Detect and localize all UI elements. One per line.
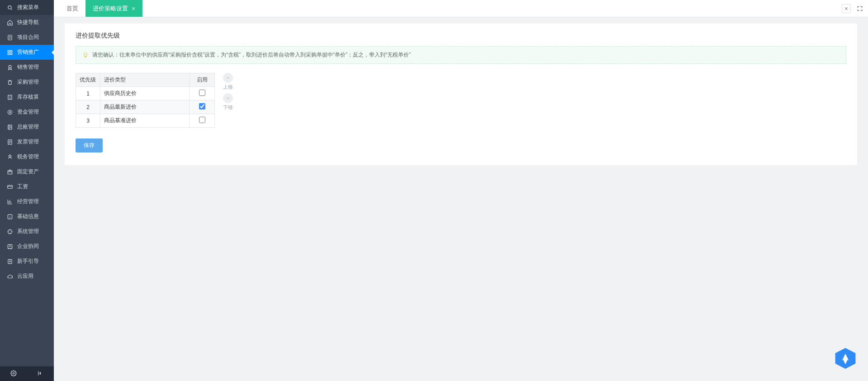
svg-point-19 xyxy=(13,372,14,374)
sidebar-item-label: 采购管理 xyxy=(17,78,39,86)
sidebar-item-2[interactable]: 项目合同 xyxy=(0,30,54,45)
sidebar-item-5[interactable]: 采购管理 xyxy=(0,75,54,90)
chart-icon xyxy=(6,198,14,205)
svg-rect-16 xyxy=(8,244,12,248)
sidebar-item-label: 库存核算 xyxy=(17,93,39,101)
sidebar-item-label: 固定资产 xyxy=(17,168,39,176)
bag-icon xyxy=(6,79,14,86)
cell-type: 商品基准进价 xyxy=(100,114,190,128)
col-header-enable: 启用 xyxy=(190,73,215,87)
page-title: 进价提取优先级 xyxy=(76,32,846,40)
home-icon xyxy=(6,19,14,26)
grid-icon xyxy=(6,49,14,56)
sidebar-item-11[interactable]: 固定资产 xyxy=(0,164,54,179)
sidebar-item-1[interactable]: 快捷导航 xyxy=(0,15,54,30)
tabbar: 首页 进价策略设置 × xyxy=(54,0,868,17)
svg-rect-17 xyxy=(8,259,12,263)
cell-priority: 2 xyxy=(76,100,100,114)
move-down-label: 下移 xyxy=(223,104,233,111)
enable-checkbox[interactable] xyxy=(199,117,205,123)
cell-enable xyxy=(190,114,215,128)
panel: 进价提取优先级 请您确认：往来单位中的供应商“采购报价含税”设置，为“含税”，取… xyxy=(65,24,857,165)
cell-enable xyxy=(190,87,215,100)
sidebar-item-9[interactable]: 发票管理 xyxy=(0,134,54,149)
table-section: 优先级 进价类型 启用 1供应商历史价2商品最新进价3商品基准进价 xyxy=(76,73,846,128)
save-button[interactable]: 保存 xyxy=(76,138,103,152)
svg-rect-2 xyxy=(8,50,9,52)
chevron-up-icon xyxy=(223,73,233,83)
doc-icon xyxy=(6,34,14,41)
sidebar-item-label: 资金管理 xyxy=(17,108,39,116)
col-header-priority: 优先级 xyxy=(76,73,100,87)
table-row[interactable]: 3商品基准进价 xyxy=(76,114,215,128)
enable-checkbox[interactable] xyxy=(199,103,205,110)
sidebar-item-17[interactable]: 新手引导 xyxy=(0,254,54,269)
tip-text: 请您确认：往来单位中的供应商“采购报价含税”设置，为“含税”，取到进价后将自动带… xyxy=(92,51,411,59)
sidebar-item-label: 发票管理 xyxy=(17,138,39,146)
move-buttons: 上移 下移 xyxy=(223,73,233,128)
sidebar-item-6[interactable]: 库存核算 xyxy=(0,90,54,105)
fullscreen-button[interactable] xyxy=(855,4,864,13)
svg-rect-4 xyxy=(8,53,9,55)
tab-active[interactable]: 进价策略设置 × xyxy=(85,0,142,17)
sidebar-item-label: 税务管理 xyxy=(17,153,39,161)
team-icon xyxy=(6,243,14,250)
badge-icon xyxy=(6,64,14,71)
move-up-button[interactable]: 上移 xyxy=(223,73,233,90)
sidebar-item-15[interactable]: 系统管理 xyxy=(0,224,54,239)
table-row[interactable]: 2商品最新进价 xyxy=(76,100,215,114)
sidebar-nav: 搜索菜单快捷导航项目合同营销推广销售管理采购管理库存核算资金管理总账管理发票管理… xyxy=(0,0,54,366)
box-icon xyxy=(6,168,14,176)
sidebar-item-label: 经营管理 xyxy=(17,198,39,205)
sidebar-item-3[interactable]: 营销推广 xyxy=(0,45,54,60)
assistant-fab[interactable] xyxy=(834,347,857,370)
sidebar-item-0[interactable]: 搜索菜单 xyxy=(0,0,54,15)
svg-rect-3 xyxy=(10,50,12,52)
sidebar-item-label: 云应用 xyxy=(17,272,33,280)
main: 首页 进价策略设置 × 进价提取优先级 xyxy=(54,0,868,381)
sidebar-item-13[interactable]: 经营管理 xyxy=(0,194,54,209)
sidebar-item-label: 基础信息 xyxy=(17,213,39,220)
priority-table: 优先级 进价类型 启用 1供应商历史价2商品最新进价3商品基准进价 xyxy=(76,73,215,128)
sidebar-item-10[interactable]: 税务管理 xyxy=(0,149,54,164)
svg-point-6 xyxy=(9,65,11,68)
bulb-icon xyxy=(82,52,89,58)
sidebar: 搜索菜单快捷导航项目合同营销推广销售管理采购管理库存核算资金管理总账管理发票管理… xyxy=(0,0,54,381)
search-icon xyxy=(6,4,14,11)
sidebar-item-label: 新手引导 xyxy=(17,257,39,265)
cloud-icon xyxy=(6,273,14,280)
sidebar-item-18[interactable]: 云应用 xyxy=(0,269,54,284)
sidebar-item-4[interactable]: 销售管理 xyxy=(0,60,54,75)
svg-point-11 xyxy=(9,155,11,157)
svg-point-18 xyxy=(9,261,10,262)
gear-icon xyxy=(10,370,17,378)
tabs-close-button[interactable] xyxy=(842,4,851,13)
sidebar-bottom xyxy=(0,366,54,381)
guide-icon xyxy=(6,258,14,265)
system-icon xyxy=(6,228,14,235)
tab-home[interactable]: 首页 xyxy=(59,0,85,17)
cell-type: 供应商历史价 xyxy=(100,87,190,100)
svg-rect-7 xyxy=(8,95,12,99)
sidebar-item-label: 搜索菜单 xyxy=(17,4,39,11)
sidebar-item-7[interactable]: 资金管理 xyxy=(0,105,54,119)
cell-enable xyxy=(190,100,215,114)
svg-rect-13 xyxy=(8,185,13,188)
sidebar-item-label: 企业协同 xyxy=(17,243,39,250)
sidebar-item-12[interactable]: 工资 xyxy=(0,179,54,194)
enable-checkbox[interactable] xyxy=(199,90,205,96)
coin-icon xyxy=(6,109,14,116)
invoice-icon xyxy=(6,138,14,146)
close-icon[interactable]: × xyxy=(132,5,135,12)
sidebar-item-label: 项目合同 xyxy=(17,33,39,41)
table-row[interactable]: 1供应商历史价 xyxy=(76,87,215,100)
cell-type: 商品最新进价 xyxy=(100,100,190,114)
sidebar-item-14[interactable]: 基础信息 xyxy=(0,209,54,224)
collapse-button[interactable] xyxy=(27,367,54,381)
building-icon xyxy=(6,94,14,101)
move-down-button[interactable]: 下移 xyxy=(223,93,233,111)
settings-button[interactable] xyxy=(0,367,27,381)
sidebar-item-16[interactable]: 企业协同 xyxy=(0,239,54,254)
chevron-down-icon xyxy=(223,93,233,103)
sidebar-item-8[interactable]: 总账管理 xyxy=(0,119,54,134)
